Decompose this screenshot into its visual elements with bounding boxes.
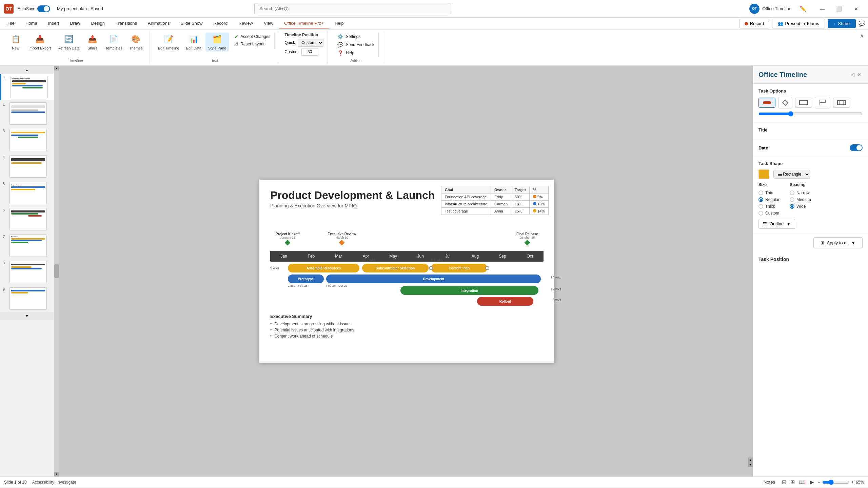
spacing-medium-row[interactable]: Medium: [790, 197, 811, 202]
view-slide-sorter-icon[interactable]: ⊞: [790, 479, 795, 485]
spacing-wide-row[interactable]: Wide: [790, 204, 811, 209]
outline-button[interactable]: ☰ Outline ▼: [758, 219, 795, 229]
shape-diamond-button[interactable]: [778, 97, 792, 108]
spacing-narrow-radio[interactable]: [790, 190, 794, 195]
size-custom-row[interactable]: Custom: [758, 211, 780, 216]
task-content-plan[interactable]: Content Plan: [431, 264, 487, 272]
search-bar[interactable]: [254, 3, 451, 14]
share-button[interactable]: ↑ Share: [828, 19, 856, 28]
tab-record[interactable]: Record: [209, 19, 232, 28]
record-button[interactable]: Record: [739, 19, 769, 28]
shape-flag-button[interactable]: [815, 97, 830, 108]
panel-collapse-button[interactable]: ◁: [849, 70, 856, 79]
themes-button[interactable]: 🎨 Themes: [126, 33, 145, 52]
slide-item-2[interactable]: 2: [0, 100, 54, 127]
tab-file[interactable]: File: [3, 19, 19, 28]
search-input[interactable]: [254, 3, 451, 14]
scroll-right-up[interactable]: ▲: [748, 458, 753, 462]
tab-insert[interactable]: Insert: [43, 19, 64, 28]
ribbon-collapse-button[interactable]: ∧: [859, 31, 865, 40]
tab-design[interactable]: Design: [86, 19, 110, 28]
color-swatch[interactable]: [758, 169, 769, 179]
slide-item-3[interactable]: 3: [0, 127, 54, 153]
custom-input[interactable]: [301, 48, 318, 56]
size-regular-row[interactable]: Regular: [758, 197, 780, 202]
accept-changes-row[interactable]: ✓ Accept Changes: [234, 34, 270, 39]
tab-help[interactable]: Help: [330, 19, 349, 28]
content-plan-handle-left[interactable]: [429, 266, 433, 270]
help-row[interactable]: ❓ Help: [337, 50, 374, 56]
edit-data-button[interactable]: 📊 Edit Data: [183, 33, 204, 52]
view-presenter-icon[interactable]: ▶: [810, 479, 814, 485]
slide-item-5[interactable]: 5 Project Timeline: [0, 180, 54, 206]
present-teams-button[interactable]: 👥 Present in Teams: [772, 19, 825, 28]
spacing-narrow-row[interactable]: Narrow: [790, 190, 811, 195]
send-feedback-row[interactable]: 💬 Send Feedback: [337, 42, 374, 47]
scroll-up-btn[interactable]: ▲: [54, 66, 59, 70]
panel-close-button[interactable]: ✕: [856, 70, 863, 79]
edit-timeline-button[interactable]: 📝 Edit Timeline: [155, 33, 182, 52]
pencil-icon[interactable]: ✏️: [797, 4, 809, 13]
settings-row[interactable]: ⚙️ Settings: [337, 34, 374, 39]
slide-item-4[interactable]: 4: [0, 153, 54, 180]
zoom-in-icon[interactable]: +: [851, 480, 854, 485]
task-development[interactable]: Development: [326, 274, 541, 283]
spacing-medium-radio[interactable]: [790, 197, 794, 202]
scroll-thumb-left[interactable]: [54, 264, 59, 278]
autosave-toggle[interactable]: [37, 5, 50, 12]
slide-item-1[interactable]: 1 Product Development: [0, 74, 54, 100]
new-button[interactable]: 📋 New: [7, 33, 24, 52]
share-timeline-button[interactable]: 📤 Share: [84, 33, 101, 52]
view-reading-icon[interactable]: 📖: [799, 479, 806, 485]
apply-all-button[interactable]: ⊞ Apply to all ▼: [813, 237, 863, 248]
tab-transitions[interactable]: Transitions: [111, 19, 142, 28]
size-thick-radio[interactable]: [758, 204, 763, 209]
tab-view[interactable]: View: [259, 19, 278, 28]
size-thin-radio[interactable]: [758, 190, 763, 195]
zoom-slider[interactable]: [822, 480, 849, 485]
shape-rect-button[interactable]: [795, 98, 812, 108]
content-plan-handle-right[interactable]: [485, 266, 489, 270]
task-slider[interactable]: [758, 111, 863, 117]
size-thin-row[interactable]: Thin: [758, 190, 780, 195]
size-custom-radio[interactable]: [758, 211, 763, 216]
style-pane-button[interactable]: 🗂️ Style Pane: [205, 33, 229, 52]
slide-scroll-down[interactable]: ▼: [0, 312, 54, 320]
task-subcontractor[interactable]: Subcontractor Selection: [362, 264, 429, 272]
zoom-out-icon[interactable]: −: [818, 480, 820, 485]
tab-office-timeline[interactable]: Office Timeline Pro+: [279, 19, 329, 28]
shape-bar-button[interactable]: [758, 98, 775, 108]
size-regular-radio[interactable]: [758, 197, 763, 202]
task-integration[interactable]: Integration: [400, 286, 538, 295]
task-prototype[interactable]: Prototype: [288, 274, 324, 283]
slide-scroll-up[interactable]: ▲: [0, 66, 54, 74]
accessibility-warning[interactable]: Accessibility: Investigate: [32, 480, 76, 485]
restore-button[interactable]: ⬜: [831, 3, 847, 14]
tab-review[interactable]: Review: [234, 19, 258, 28]
notes-button[interactable]: Notes: [761, 478, 778, 486]
tab-slideshow[interactable]: Slide Show: [176, 19, 207, 28]
shape-bracket-button[interactable]: [833, 98, 850, 108]
task-rollout[interactable]: Rollout: [477, 297, 533, 306]
slide-item-7[interactable]: 7 Project Status: [0, 232, 54, 259]
close-button[interactable]: ✕: [848, 3, 864, 14]
vertical-scroll-left[interactable]: ▲ ▼: [54, 66, 59, 476]
chat-icon[interactable]: 💬: [859, 20, 865, 27]
templates-button[interactable]: 📄 Templates: [103, 33, 125, 52]
tab-draw[interactable]: Draw: [65, 19, 85, 28]
import-export-button[interactable]: 📥 Import Export: [26, 33, 54, 52]
task-assemble[interactable]: Assemble Resources: [288, 264, 359, 272]
quick-select[interactable]: Custom: [298, 39, 323, 47]
slide-item-8[interactable]: 8: [0, 259, 54, 285]
scroll-right-down[interactable]: ▼: [748, 462, 753, 467]
refresh-data-button[interactable]: 🔄 Refresh Data: [55, 33, 82, 52]
scroll-down-btn[interactable]: ▼: [54, 472, 59, 476]
shape-dropdown[interactable]: ▬ Rectangle ◆ Diamond: [773, 170, 810, 179]
tab-home[interactable]: Home: [21, 19, 42, 28]
slide-item-9[interactable]: 9: [0, 285, 54, 312]
size-thick-row[interactable]: Thick: [758, 204, 780, 209]
reset-layout-row[interactable]: ↺ Reset Layout: [234, 41, 270, 47]
tab-animations[interactable]: Animations: [143, 19, 174, 28]
minimize-button[interactable]: —: [814, 3, 830, 14]
date-toggle[interactable]: [850, 144, 863, 151]
